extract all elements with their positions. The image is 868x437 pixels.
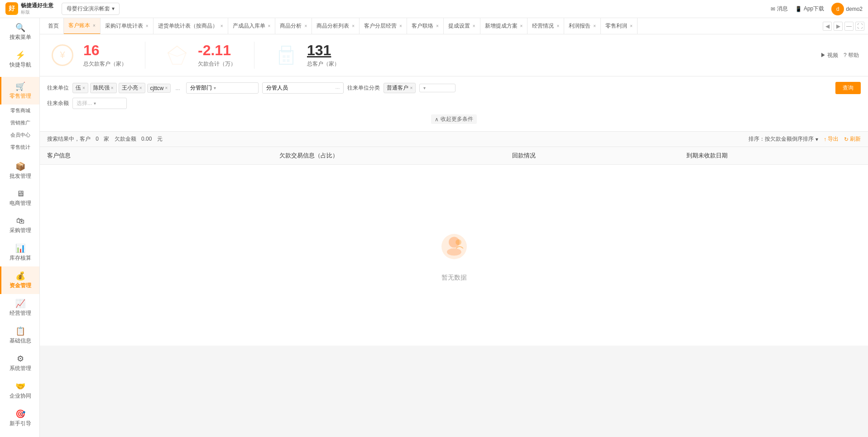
tab-prev-btn[interactable]: ◀	[823, 22, 832, 31]
filter-section: 往来单位 伍 × 陈民强 × 王小亮 ×	[40, 76, 868, 132]
sidebar-item-operations[interactable]: 📈 经营管理	[0, 294, 39, 322]
avatar: d	[831, 3, 844, 15]
filter-tag-2-close[interactable]: ×	[139, 86, 142, 90]
tab-close-13-icon[interactable]: ×	[630, 24, 633, 28]
sidebar-item-system[interactable]: ⚙ 系统管理	[0, 349, 39, 377]
help-doc-btn[interactable]: ? 帮助	[844, 52, 859, 59]
tab-close-7-icon[interactable]: ×	[399, 24, 402, 28]
tab-close-6-icon[interactable]: ×	[352, 24, 355, 28]
sidebar-item-marketing[interactable]: 营销推广	[0, 117, 39, 129]
stat-label-customers: 总欠款客户（家）	[83, 60, 127, 68]
tab-product-analysis[interactable]: 商品分析 ×	[275, 18, 312, 34]
sidebar-item-system-label: 系统管理	[5, 365, 36, 372]
store-selector[interactable]: 母婴行业演示帐套 ▾	[62, 3, 120, 15]
tab-profit-report[interactable]: 利润报告 ×	[564, 18, 601, 34]
sidebar-item-member[interactable]: 会员中心	[0, 129, 39, 141]
tab-controls: ◀ ▶ — ⛶	[823, 22, 864, 31]
app-download-action[interactable]: 📱 App下载	[795, 5, 824, 13]
filter-row-2: 往来余额 选择... ▾	[47, 98, 861, 109]
refresh-btn[interactable]: ↻ 刷新	[844, 135, 861, 143]
help-icon: ?	[844, 52, 847, 58]
sidebar-item-guide[interactable]: 🎯 新手引导	[0, 404, 39, 432]
tab-close-9-icon[interactable]: ×	[473, 24, 475, 28]
empty-illustration: 暂无数据	[436, 228, 472, 282]
sidebar-item-wholesale[interactable]: 📦 批发管理	[0, 157, 39, 185]
tab-expand-btn[interactable]: ⛶	[855, 22, 864, 31]
stat-card-customers: ¥ 16 总欠款客户（家）	[49, 42, 145, 69]
sidebar-item-search[interactable]: 🔍 搜索菜单	[0, 18, 39, 46]
tab-close-10-icon[interactable]: ×	[520, 24, 523, 28]
help-video-btn[interactable]: ▶ 视频	[820, 52, 838, 59]
sidebar-item-finance[interactable]: 💰 资金管理	[0, 266, 39, 294]
col-due-date: 到期未收款日期	[686, 152, 861, 160]
tab-close-11-icon[interactable]: ×	[556, 24, 559, 28]
tab-production[interactable]: 产成品入库单 ×	[228, 18, 276, 34]
filter-tag-1[interactable]: 陈民强 ×	[90, 83, 117, 93]
tab-customer-segment[interactable]: 客户分层经营 ×	[360, 18, 407, 34]
filter-tag-3[interactable]: cjttcw ×	[147, 84, 171, 93]
col-repayment: 回款情况	[512, 152, 686, 160]
query-button[interactable]: 查询	[835, 82, 861, 94]
svg-rect-4	[279, 51, 293, 64]
sort-selector[interactable]: 排序：按欠款金额倒序排序 ▾	[748, 135, 818, 143]
sidebar-item-collab[interactable]: 🤝 企业协同	[0, 377, 39, 404]
tab-customer-ledger[interactable]: 客户账本 ×	[64, 18, 101, 34]
sidebar-item-nav[interactable]: ⚡ 快捷导航	[0, 46, 39, 73]
sidebar-item-retail[interactable]: 🛒 零售管理	[0, 77, 39, 104]
filter-tag-0-close[interactable]: ×	[82, 86, 85, 90]
stat-info-total: 131 总客户（家）	[307, 43, 340, 68]
tab-close-4-icon[interactable]: ×	[268, 24, 271, 28]
filter-collapse-btn[interactable]: ∧ 收起更多条件	[431, 114, 477, 124]
tab-commission-settings[interactable]: 提成设置 ×	[444, 18, 480, 34]
sidebar-item-guide-label: 新手引导	[5, 420, 36, 428]
filter-dept-input[interactable]: 分管部门 ▾	[186, 82, 259, 94]
tab-close-12-icon[interactable]: ×	[593, 24, 596, 28]
sidebar-item-basic-info[interactable]: 📋 基础信息	[0, 322, 39, 349]
filter-balance-input[interactable]: 选择... ▾	[72, 98, 127, 109]
tab-retail-profit[interactable]: 零售利润 ×	[601, 18, 638, 34]
sidebar-item-ecommerce[interactable]: 🖥 电商管理	[0, 185, 39, 212]
tab-product-list[interactable]: 商品分析列表 ×	[312, 18, 360, 34]
sidebar-item-finance-label: 资金管理	[5, 282, 36, 290]
sidebar-item-retail-mall[interactable]: 零售商城	[0, 104, 39, 117]
tab-home[interactable]: 首页	[43, 18, 64, 34]
tab-close-icon[interactable]: ×	[93, 23, 96, 28]
export-label: 导出	[828, 135, 839, 143]
filter-tag-1-close[interactable]: ×	[111, 86, 114, 90]
sidebar-item-retail-stats[interactable]: 零售统计	[0, 141, 39, 153]
tab-close-3-icon[interactable]: ×	[221, 24, 223, 28]
filter-tag-3-close[interactable]: ×	[165, 86, 168, 90]
filter-class-close[interactable]: ×	[410, 86, 412, 90]
filter-tag-more[interactable]: ...	[173, 84, 182, 92]
tab-add-commission-label: 新增提成方案	[485, 22, 518, 30]
sidebar-item-inventory[interactable]: 📊 库存核算	[0, 239, 39, 266]
sidebar-item-basic-info-label: 基础信息	[5, 337, 36, 345]
tab-retail-profit-label: 零售利润	[605, 22, 627, 30]
tab-next-btn[interactable]: ▶	[834, 22, 843, 31]
filter-person-input[interactable]: 分管人员 ···	[262, 82, 344, 94]
tab-minimize-btn[interactable]: —	[844, 22, 854, 31]
tab-add-commission[interactable]: 新增提成方案 ×	[480, 18, 528, 34]
export-btn[interactable]: ↑ 导出	[824, 135, 839, 143]
svg-rect-8	[283, 59, 286, 62]
sidebar-item-purchase[interactable]: 🛍 采购管理	[0, 212, 39, 239]
filter-unit-label: 往来单位	[47, 84, 69, 92]
tab-stock-stats[interactable]: 进货单统计表（按商品） ×	[153, 18, 228, 34]
tab-production-label: 产成品入库单	[233, 22, 265, 30]
result-prefix: 搜索结果中，客户	[47, 136, 91, 142]
filter-tag-0[interactable]: 伍 ×	[72, 83, 88, 93]
tab-close-5-icon[interactable]: ×	[304, 24, 307, 28]
filter-collapse[interactable]: ∧ 收起更多条件	[47, 113, 861, 126]
sidebar-item-app-center[interactable]: 📱 应用中心	[0, 432, 39, 437]
tab-operations[interactable]: 经营情况 ×	[528, 18, 564, 34]
tab-close-2-icon[interactable]: ×	[146, 24, 149, 28]
user-action[interactable]: d demo2	[831, 3, 863, 15]
tab-purchase-order[interactable]: 采购订单统计表 ×	[101, 18, 153, 34]
filter-class-tag[interactable]: 普通客户 ×	[384, 83, 416, 93]
tab-customer-contact[interactable]: 客户联络 ×	[407, 18, 444, 34]
tab-close-8-icon[interactable]: ×	[436, 24, 439, 28]
message-action[interactable]: ✉ 消息	[771, 5, 788, 13]
filter-tag-2[interactable]: 王小亮 ×	[119, 83, 145, 93]
result-amount-unit: 元	[157, 136, 163, 142]
filter-class-dropdown[interactable]: ▾	[419, 84, 456, 92]
